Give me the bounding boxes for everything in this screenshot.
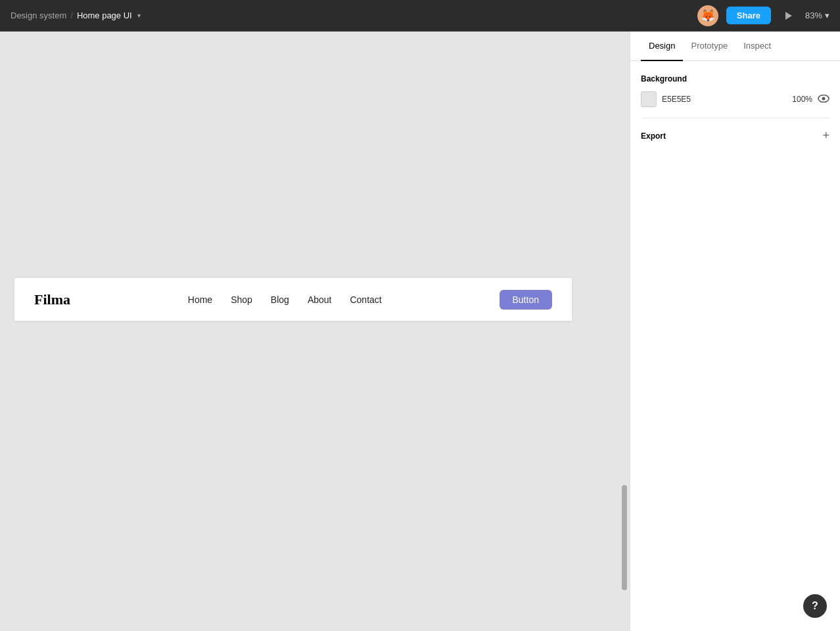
export-add-icon[interactable]: + <box>822 129 829 143</box>
nav-item-shop[interactable]: Shop <box>231 294 252 305</box>
panel-content: Background E5E5E5 100% Export + <box>630 61 840 631</box>
zoom-control[interactable]: 83% ▾ <box>805 11 829 20</box>
canvas-scrollbar[interactable] <box>622 485 627 590</box>
page-title: Home page UI <box>77 11 132 20</box>
breadcrumb: Design system / Home page UI ▾ <box>11 11 141 20</box>
help-button[interactable]: ? <box>803 594 827 618</box>
export-row: Export + <box>641 129 829 143</box>
background-opacity-value: 100% <box>786 95 812 104</box>
avatar[interactable]: 🦊 <box>697 5 718 26</box>
export-section-title: Export <box>641 131 666 141</box>
tab-design[interactable]: Design <box>641 32 683 61</box>
canvas[interactable]: Filma Home Shop Blog About Contact Butto… <box>0 32 630 631</box>
svg-marker-0 <box>785 12 792 20</box>
zoom-chevron-icon: ▾ <box>825 11 829 20</box>
frame-button[interactable]: Button <box>500 290 552 310</box>
play-button[interactable] <box>779 7 797 25</box>
panel-divider <box>641 118 829 118</box>
frame-logo: Filma <box>34 291 70 308</box>
page-title-chevron-icon[interactable]: ▾ <box>137 12 141 19</box>
breadcrumb-prefix: Design system <box>11 11 66 20</box>
visibility-toggle-icon[interactable] <box>818 94 829 105</box>
background-row: E5E5E5 100% <box>641 91 829 107</box>
frame-nav: Home Shop Blog About Contact <box>188 294 382 305</box>
ui-frame: Filma Home Shop Blog About Contact Butto… <box>14 278 572 321</box>
panel-tabs: Design Prototype Inspect <box>630 32 840 61</box>
tab-inspect[interactable]: Inspect <box>735 32 779 61</box>
background-section-title: Background <box>641 74 829 83</box>
background-hex-value: E5E5E5 <box>662 95 781 104</box>
nav-item-blog[interactable]: Blog <box>271 294 289 305</box>
nav-item-contact[interactable]: Contact <box>350 294 381 305</box>
nav-item-home[interactable]: Home <box>188 294 212 305</box>
background-color-swatch[interactable] <box>641 91 657 107</box>
share-button[interactable]: Share <box>726 7 771 24</box>
right-panel: Design Prototype Inspect Background E5E5… <box>630 32 840 631</box>
svg-point-2 <box>822 97 826 101</box>
zoom-level: 83% <box>805 11 822 20</box>
breadcrumb-separator: / <box>70 11 73 20</box>
topbar: Design system / Home page UI ▾ 🦊 Share 8… <box>0 0 840 32</box>
tab-prototype[interactable]: Prototype <box>683 32 735 61</box>
nav-item-about[interactable]: About <box>308 294 332 305</box>
main-area: Filma Home Shop Blog About Contact Butto… <box>0 32 840 631</box>
topbar-right: 🦊 Share 83% ▾ <box>697 5 829 26</box>
